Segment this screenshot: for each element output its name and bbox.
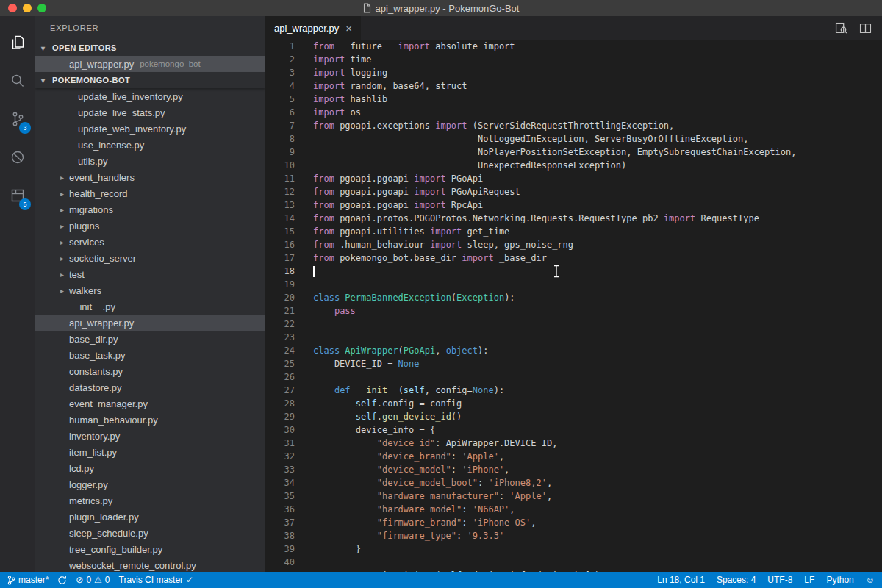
activity-search[interactable] bbox=[0, 62, 35, 100]
code-line-20: class PermaBannedException(Exception): bbox=[313, 291, 882, 304]
code-line-32: "device_brand": 'Apple', bbox=[313, 450, 882, 463]
line-number: 12 bbox=[265, 185, 295, 198]
line-number: 15 bbox=[265, 225, 295, 238]
line-number: 5 bbox=[265, 93, 295, 106]
travis-status[interactable]: Travis CI master ✓ bbox=[119, 575, 194, 585]
line-number: 7 bbox=[265, 119, 295, 132]
tree-file-api_wrapper.py[interactable]: api_wrapper.py bbox=[35, 315, 265, 331]
tree-item-label: metrics.py bbox=[69, 495, 112, 506]
cursor-position[interactable]: Ln 18, Col 1 bbox=[657, 575, 705, 585]
close-window-button[interactable] bbox=[8, 4, 17, 12]
open-editor-item-api-wrapper[interactable]: api_wrapper.py pokemongo_bot bbox=[35, 56, 265, 72]
feedback-smiley[interactable]: ☺ bbox=[866, 575, 875, 585]
zoom-window-button[interactable] bbox=[37, 4, 46, 12]
encoding-setting[interactable]: UTF-8 bbox=[767, 575, 792, 585]
branch-indicator[interactable]: master* bbox=[7, 575, 49, 585]
tab-bar: api_wrapper.py × bbox=[265, 16, 882, 40]
tree-file-use_incense.py[interactable]: use_incense.py bbox=[35, 137, 265, 153]
tree-file-__init__.py[interactable]: __init__.py bbox=[35, 298, 265, 315]
tree-folder-walkers[interactable]: ▸walkers bbox=[35, 282, 265, 298]
tree-folder-migrations[interactable]: ▸migrations bbox=[35, 201, 265, 218]
chevron-right-icon: ▸ bbox=[60, 190, 69, 198]
extensions-badge: 5 bbox=[19, 198, 31, 210]
search-icon bbox=[9, 72, 26, 90]
line-number: 21 bbox=[265, 304, 295, 318]
tree-file-base_dir.py[interactable]: base_dir.py bbox=[35, 331, 265, 347]
code-line-36: "hardware_model": 'N66AP', bbox=[313, 503, 882, 516]
activity-explorer[interactable] bbox=[0, 24, 35, 62]
code-editor[interactable]: 1234567891011121314151617181920212223242… bbox=[265, 40, 882, 572]
line-number: 8 bbox=[265, 132, 295, 146]
tree-file-metrics.py[interactable]: metrics.py bbox=[35, 492, 265, 509]
code-line-24: class ApiWrapper(PGoApi, object): bbox=[313, 344, 882, 357]
line-number: 36 bbox=[265, 503, 295, 516]
language-mode[interactable]: Python bbox=[826, 575, 853, 585]
tree-folder-health_record[interactable]: ▸health_record bbox=[35, 185, 265, 201]
code-line-19 bbox=[313, 278, 882, 291]
line-number: 35 bbox=[265, 490, 295, 503]
tree-item-label: base_task.py bbox=[69, 350, 126, 361]
open-editors-label: OPEN EDITORS bbox=[52, 43, 117, 52]
tree-folder-plugins[interactable]: ▸plugins bbox=[35, 218, 265, 234]
tab-api-wrapper[interactable]: api_wrapper.py × bbox=[265, 16, 361, 40]
activity-source-control[interactable]: 3 bbox=[0, 100, 35, 138]
tree-file-lcd.py[interactable]: lcd.py bbox=[35, 460, 265, 476]
line-number: 28 bbox=[265, 397, 295, 410]
tree-file-item_list.py[interactable]: item_list.py bbox=[35, 444, 265, 460]
minimize-window-button[interactable] bbox=[23, 4, 32, 12]
tree-file-utils.py[interactable]: utils.py bbox=[35, 153, 265, 169]
line-number: 26 bbox=[265, 370, 295, 384]
line-number: 4 bbox=[265, 79, 295, 93]
close-icon[interactable]: × bbox=[345, 23, 352, 34]
tree-file-datastore.py[interactable]: datastore.py bbox=[35, 379, 265, 395]
open-editors-header[interactable]: ▾ OPEN EDITORS bbox=[35, 40, 265, 56]
tree-file-inventory.py[interactable]: inventory.py bbox=[35, 428, 265, 444]
activity-debug[interactable] bbox=[0, 138, 35, 176]
tree-file-update_web_inventory.py[interactable]: update_web_inventory.py bbox=[35, 121, 265, 137]
tree-file-event_manager.py[interactable]: event_manager.py bbox=[35, 395, 265, 412]
code-line-40 bbox=[313, 556, 882, 569]
indentation-setting[interactable]: Spaces: 4 bbox=[717, 575, 756, 585]
tree-item-label: plugin_loader.py bbox=[69, 512, 139, 523]
code-line-8: NotLoggedInException, ServerBusyOrOfflin… bbox=[313, 132, 882, 146]
problems-indicator[interactable]: ⊘ 0 ⚠ 0 bbox=[76, 575, 110, 585]
tree-file-websocket_remote_control.py[interactable]: websocket_remote_control.py bbox=[35, 557, 265, 572]
activity-extensions[interactable]: 5 bbox=[0, 176, 35, 215]
line-number: 40 bbox=[265, 556, 295, 569]
travis-label: Travis CI master bbox=[119, 575, 184, 585]
tree-file-plugin_loader.py[interactable]: plugin_loader.py bbox=[35, 509, 265, 525]
error-count: 0 bbox=[86, 575, 91, 585]
tree-file-human_behaviour.py[interactable]: human_behaviour.py bbox=[35, 412, 265, 428]
code-line-33: "device_model": 'iPhone', bbox=[313, 463, 882, 476]
open-changes-icon[interactable] bbox=[835, 22, 847, 35]
line-number: 17 bbox=[265, 251, 295, 265]
tree-file-base_task.py[interactable]: base_task.py bbox=[35, 347, 265, 363]
tree-folder-services[interactable]: ▸services bbox=[35, 234, 265, 250]
tree-file-sleep_schedule.py[interactable]: sleep_schedule.py bbox=[35, 525, 265, 541]
sidebar-title: EXPLORER bbox=[35, 16, 265, 40]
chevron-right-icon: ▸ bbox=[60, 238, 69, 246]
eol-setting[interactable]: LF bbox=[804, 575, 814, 585]
tree-file-tree_config_builder.py[interactable]: tree_config_builder.py bbox=[35, 541, 265, 557]
tree-folder-test[interactable]: ▸test bbox=[35, 266, 265, 282]
code-line-34: "device_model_boot": 'iPhone8,2', bbox=[313, 476, 882, 490]
project-label: POKEMONGO-BOT bbox=[52, 76, 130, 85]
tree-file-logger.py[interactable]: logger.py bbox=[35, 476, 265, 492]
split-editor-icon[interactable] bbox=[859, 22, 872, 35]
tree-item-label: test bbox=[69, 269, 85, 280]
code-line-9: NoPlayerPositionSetException, EmptySubre… bbox=[313, 146, 882, 159]
sync-button[interactable] bbox=[57, 576, 67, 585]
tree-folder-event_handlers[interactable]: ▸event_handlers bbox=[35, 169, 265, 185]
tree-file-update_live_stats.py[interactable]: update_live_stats.py bbox=[35, 104, 265, 121]
activity-bar: 3 5 bbox=[0, 16, 35, 572]
line-number: 9 bbox=[265, 146, 295, 159]
tree-folder-socketio_server[interactable]: ▸socketio_server bbox=[35, 250, 265, 266]
line-number: 34 bbox=[265, 476, 295, 490]
tree-file-update_live_inventory.py[interactable]: update_live_inventory.py bbox=[35, 88, 265, 104]
open-editor-file-detail: pokemongo_bot bbox=[140, 60, 200, 68]
line-number: 30 bbox=[265, 423, 295, 437]
project-section-header[interactable]: ▾ POKEMONGO-BOT bbox=[35, 72, 265, 88]
chevron-right-icon: ▸ bbox=[60, 222, 69, 230]
scm-badge: 3 bbox=[19, 122, 31, 134]
tree-file-constants.py[interactable]: constants.py bbox=[35, 363, 265, 379]
